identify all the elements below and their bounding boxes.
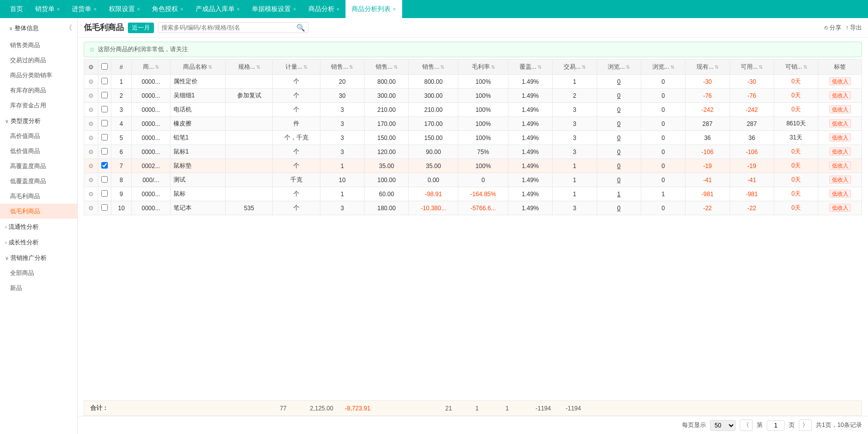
sales-qty-column-header[interactable]: 销售...⇅ xyxy=(320,60,364,75)
row-view2: 0 xyxy=(641,201,685,215)
row-settings[interactable]: ⚙ xyxy=(84,145,98,159)
row-view1[interactable]: 0 xyxy=(597,117,641,131)
sidebar-item-sales-goods[interactable]: 销售类商品 xyxy=(0,38,77,53)
nav-role-auth[interactable]: 角色授权 × xyxy=(146,0,189,18)
row-checkbox[interactable] xyxy=(98,159,111,173)
close-role-icon[interactable]: × xyxy=(180,6,183,12)
row-checkbox[interactable] xyxy=(98,131,111,145)
sidebar-item-stock-capital[interactable]: 库存资金占用 xyxy=(0,98,77,113)
row-checkbox[interactable] xyxy=(98,145,111,159)
prev-page-button[interactable]: 〈 xyxy=(740,419,753,431)
sidebar-item-in-stock-goods[interactable]: 有库存的商品 xyxy=(0,83,77,98)
sidebar-item-category-rate[interactable]: 商品分类助销率 xyxy=(0,68,77,83)
sidebar-item-traded-goods[interactable]: 交易过的商品 xyxy=(0,53,77,68)
sidebar-item-high-margin[interactable]: 高毛利商品 xyxy=(0,189,77,204)
row-settings[interactable]: ⚙ xyxy=(84,159,98,173)
saleable-column-header[interactable]: 可销...⇅ xyxy=(774,60,818,75)
row-sales-amount: -10,380... xyxy=(409,201,458,215)
close-template-icon[interactable]: × xyxy=(293,6,296,12)
close-permission-icon[interactable]: × xyxy=(137,6,140,12)
sales-price-column-header[interactable]: 销售...⇅ xyxy=(365,60,409,75)
view1-column-header[interactable]: 浏览...⇅ xyxy=(597,60,641,75)
row-sales-amount: 35.00 xyxy=(409,159,458,173)
row-settings[interactable]: ⚙ xyxy=(84,117,98,131)
row-settings[interactable]: ⚙ xyxy=(84,131,98,145)
name-column-header[interactable]: 商品名称⇅ xyxy=(170,60,225,75)
row-checkbox[interactable] xyxy=(98,75,111,89)
nav-sales-order[interactable]: 销货单 × xyxy=(29,0,66,18)
row-checkbox[interactable] xyxy=(98,89,111,103)
row-view1[interactable]: 0 xyxy=(597,75,641,89)
share-button[interactable]: ⎋ 分享 xyxy=(824,24,841,32)
sidebar-item-high-coverage[interactable]: 高覆盖度商品 xyxy=(0,159,77,174)
sidebar-collapse-button[interactable]: 《 xyxy=(64,23,73,34)
spec-column-header[interactable]: 规格...⇅ xyxy=(225,60,273,75)
sidebar-group-marketing[interactable]: ∨ 营销推广分析 xyxy=(0,250,77,265)
row-settings[interactable]: ⚙ xyxy=(84,103,98,117)
close-product-analysis-icon[interactable]: × xyxy=(336,6,339,12)
table-row: ⚙ 1 0000... 属性定价 个 20 800.00 800.00 100%… xyxy=(84,75,862,89)
nav-purchase-order[interactable]: 进货单 × xyxy=(66,0,102,18)
row-view1[interactable]: 0 xyxy=(597,201,641,215)
row-settings[interactable]: ⚙ xyxy=(84,187,98,201)
row-view2: 0 xyxy=(641,145,685,159)
table-container[interactable]: ⚙ # 商...⇅ 商品名称⇅ 规格...⇅ 计量...⇅ 销售...⇅ 销售.… xyxy=(78,59,868,400)
sales-amount-column-header[interactable]: 销售...⇅ xyxy=(409,60,458,75)
row-settings[interactable]: ⚙ xyxy=(84,75,98,89)
row-view1[interactable]: 0 xyxy=(597,131,641,145)
row-view1[interactable]: 1 xyxy=(597,187,641,201)
available-column-header[interactable]: 可用...⇅ xyxy=(730,60,774,75)
row-checkbox[interactable] xyxy=(98,201,111,215)
nav-permission-settings[interactable]: 权限设置 × xyxy=(103,0,146,18)
sidebar-group-growth[interactable]: › 成长性分析 xyxy=(0,234,77,250)
current-column-header[interactable]: 现有...⇅ xyxy=(685,60,730,75)
search-input[interactable] xyxy=(161,24,296,31)
row-view1[interactable]: 0 xyxy=(597,159,641,173)
sidebar-item-low-value[interactable]: 低价值商品 xyxy=(0,143,77,159)
row-checkbox[interactable] xyxy=(98,103,111,117)
nav-product-analysis[interactable]: 商品分析 × xyxy=(302,0,345,18)
row-saleable: 0天 xyxy=(774,173,818,187)
row-settings[interactable]: ⚙ xyxy=(84,173,98,187)
coverage-column-header[interactable]: 覆盖...⇅ xyxy=(508,60,552,75)
nav-product-analysis-list[interactable]: 商品分析列表 × xyxy=(345,0,402,18)
export-button[interactable]: ↑ 导出 xyxy=(845,24,862,32)
row-checkbox[interactable] xyxy=(98,173,111,187)
sidebar-item-high-value[interactable]: 高价值商品 xyxy=(0,128,77,143)
gross-rate-column-header[interactable]: 毛利率⇅ xyxy=(458,60,508,75)
close-analysis-list-icon[interactable]: × xyxy=(393,6,396,12)
code-column-header[interactable]: 商...⇅ xyxy=(131,60,170,75)
nav-home[interactable]: 首页 xyxy=(4,0,29,18)
deal-column-header[interactable]: 交易...⇅ xyxy=(553,60,597,75)
unit-column-header[interactable]: 计量...⇅ xyxy=(273,60,320,75)
close-purchase-order-icon[interactable]: × xyxy=(93,6,96,12)
row-checkbox[interactable] xyxy=(98,187,111,201)
search-icon[interactable]: 🔍 xyxy=(296,24,305,32)
row-settings[interactable]: ⚙ xyxy=(84,201,98,215)
sidebar-item-all-goods[interactable]: 全部商品 xyxy=(0,265,77,280)
row-view1[interactable]: 0 xyxy=(597,173,641,187)
view2-column-header[interactable]: 浏览...⇅ xyxy=(641,60,685,75)
close-finished-goods-icon[interactable]: × xyxy=(237,6,240,12)
settings-column-header[interactable]: ⚙ xyxy=(84,60,98,75)
sidebar-group-circulation[interactable]: › 流通性分析 xyxy=(0,219,77,234)
sidebar-item-new-goods[interactable]: 新品 xyxy=(0,280,77,296)
nav-finished-goods[interactable]: 产成品入库单 × xyxy=(190,0,246,18)
select-all-checkbox[interactable] xyxy=(101,63,108,70)
row-settings[interactable]: ⚙ xyxy=(84,89,98,103)
page-size-select[interactable]: 50 100 200 xyxy=(710,420,736,431)
period-button[interactable]: 近一月 xyxy=(128,23,154,33)
row-view1[interactable]: 0 xyxy=(597,103,641,117)
sidebar-group-overall[interactable]: ∨ 整体信息 xyxy=(4,20,44,36)
checkbox-column-header[interactable] xyxy=(98,60,111,75)
row-view1[interactable]: 0 xyxy=(597,89,641,103)
sidebar-group-type-analysis[interactable]: ∨ 类型度分析 xyxy=(0,113,77,128)
row-view1[interactable]: 0 xyxy=(597,145,641,159)
next-page-button[interactable]: 〉 xyxy=(799,419,812,431)
sidebar-item-low-coverage[interactable]: 低覆盖度商品 xyxy=(0,174,77,189)
sidebar-item-low-margin[interactable]: 低毛利商品 xyxy=(0,204,77,219)
row-checkbox[interactable] xyxy=(98,117,111,131)
nav-template-settings[interactable]: 单据模板设置 × xyxy=(246,0,302,18)
page-number-input[interactable] xyxy=(767,420,785,430)
close-sales-order-icon[interactable]: × xyxy=(57,6,60,12)
